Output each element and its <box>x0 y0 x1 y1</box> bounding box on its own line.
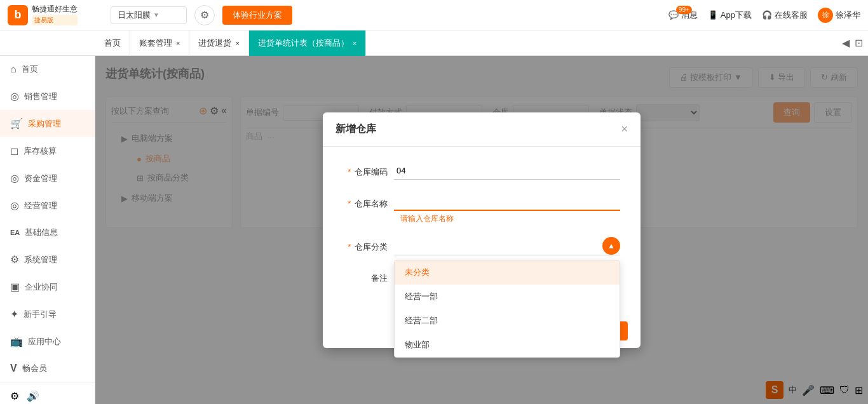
appcenter-icon: 📺 <box>10 335 23 347</box>
tab-purchase-return[interactable]: 进货退货 × <box>189 30 248 56</box>
category-dropdown-toggle[interactable]: ▲ <box>602 237 620 255</box>
sidebar-item-purchase[interactable]: 🛒 采购管理 <box>0 110 95 137</box>
store-name: 日太阳膜 <box>118 10 151 21</box>
tab-expand-icon[interactable]: ⊡ <box>855 37 863 49</box>
modal-header: 新增仓库 × <box>323 112 641 147</box>
tab-account-management-label: 账套管理 <box>139 37 172 49</box>
store-selector[interactable]: 日太阳膜 ▼ <box>111 6 187 24</box>
name-label: * 仓库名称 <box>343 194 394 210</box>
sidebar-item-finance-label: 资金管理 <box>24 173 57 184</box>
category-input-row: ▲ <box>394 237 620 255</box>
sidebar-item-newbie-label: 新手引导 <box>24 309 57 320</box>
logo-badge: 捷易版 <box>32 15 78 25</box>
sidebar-item-newbie[interactable]: ✦ 新手引导 <box>0 300 95 328</box>
modal-title: 新增仓库 <box>336 123 376 136</box>
sidebar-item-purchase-label: 采购管理 <box>28 118 61 130</box>
sidebar-settings-icon[interactable]: ⚙ <box>10 390 19 402</box>
tab-collapse-icon[interactable]: ◀ <box>842 37 850 49</box>
remark-label: 备注 <box>343 268 394 284</box>
sidebar-item-system-label: 系统管理 <box>24 254 57 266</box>
tab-purchase-stats[interactable]: 进货单统计表（按商品） × <box>249 30 366 56</box>
message-badge: 99+ <box>676 6 692 14</box>
category-option-3[interactable]: 物业部 <box>395 333 620 357</box>
category-required-mark: * <box>348 242 351 252</box>
category-option-0[interactable]: 未分类 <box>395 260 620 285</box>
modal-close-button[interactable]: × <box>621 123 628 136</box>
sidebar-sound-icon[interactable]: 🔊 <box>27 390 39 402</box>
trial-button[interactable]: 体验行业方案 <box>222 6 292 25</box>
sidebar-item-basic[interactable]: EA 基础信息 <box>0 219 95 246</box>
tab-home-label: 首页 <box>104 37 121 49</box>
tab-account-management-close[interactable]: × <box>176 39 180 47</box>
home-icon: ⌂ <box>10 64 17 75</box>
sidebar-item-appcenter[interactable]: 📺 应用中心 <box>0 328 95 355</box>
header-right: 💬 消息 99+ 📱 App下载 🎧 在线客服 徐 徐泽华 <box>668 8 860 23</box>
top-header: b 畅捷通好生意 捷易版 日太阳膜 ▼ ⚙ 体验行业方案 💬 消息 99+ 📱 … <box>0 0 868 30</box>
category-option-1[interactable]: 经营一部 <box>395 285 620 309</box>
category-label: * 仓库分类 <box>343 237 394 253</box>
logo-area: b 畅捷通好生意 捷易版 <box>8 4 103 26</box>
tab-purchase-stats-label: 进货单统计表（按商品） <box>258 37 349 49</box>
sidebar: ⌂ 首页 ◎ 销售管理 🛒 采购管理 ◻ 库存核算 ◎ 资金管理 ◎ 经营管理 … <box>0 56 95 404</box>
tab-bar-actions: ◀ ⊡ <box>842 37 868 49</box>
tab-bar: 首页 账套管理 × 进货退货 × 进货单统计表（按商品） × ◀ ⊡ <box>0 30 868 56</box>
logo-icon: b <box>8 5 28 25</box>
modal-add-warehouse: 新增仓库 × * 仓库编码 <box>323 112 641 348</box>
enterprise-icon: ▣ <box>10 281 20 293</box>
operation-icon: ◎ <box>10 199 19 212</box>
field-warehouse-code: * 仓库编码 <box>343 162 620 180</box>
main-layout: ⌂ 首页 ◎ 销售管理 🛒 采购管理 ◻ 库存核算 ◎ 资金管理 ◎ 经营管理 … <box>0 56 868 404</box>
modal-body: * 仓库编码 * 仓库名称 <box>323 147 641 314</box>
code-label: * 仓库编码 <box>343 162 394 178</box>
logo-text: 畅捷通好生意 <box>32 4 78 15</box>
store-dropdown-arrow: ▼ <box>153 11 159 18</box>
category-input[interactable] <box>394 237 602 254</box>
field-warehouse-name: * 仓库名称 请输入仓库名称 <box>343 192 620 224</box>
inventory-icon: ◻ <box>10 145 18 157</box>
sales-icon: ◎ <box>10 90 19 102</box>
sidebar-item-vip[interactable]: V 畅会员 <box>0 355 95 382</box>
user-avatar: 徐 <box>818 8 833 23</box>
purchase-icon: 🛒 <box>10 118 23 130</box>
sidebar-item-finance[interactable]: ◎ 资金管理 <box>0 165 95 192</box>
tab-purchase-stats-close[interactable]: × <box>353 39 356 47</box>
sidebar-item-home-label: 首页 <box>22 64 38 75</box>
sidebar-item-home[interactable]: ⌂ 首页 <box>0 56 95 83</box>
sidebar-item-operation-label: 经营管理 <box>24 200 57 212</box>
sidebar-item-inventory-label: 库存核算 <box>24 145 57 157</box>
sidebar-item-appcenter-label: 应用中心 <box>28 336 61 347</box>
category-dropdown-wrapper: ▲ 未分类 经营一部 经营二部 物业部 <box>394 237 620 255</box>
code-input[interactable] <box>394 162 620 180</box>
headset-icon: 🎧 <box>762 10 772 20</box>
sidebar-item-sales[interactable]: ◎ 销售管理 <box>0 83 95 110</box>
name-input[interactable] <box>394 192 620 211</box>
online-service-item[interactable]: 🎧 在线客服 <box>762 10 808 21</box>
sidebar-item-operation[interactable]: ◎ 经营管理 <box>0 192 95 219</box>
name-required-mark: * <box>348 199 351 208</box>
field-warehouse-category: * 仓库分类 ▲ 未分类 经营一部 经 <box>343 237 620 255</box>
modal-overlay: 新增仓库 × * 仓库编码 <box>95 56 868 404</box>
settings-icon-btn[interactable]: ⚙ <box>194 5 215 25</box>
category-option-2[interactable]: 经营二部 <box>395 309 620 333</box>
tab-purchase-return-close[interactable]: × <box>235 39 239 47</box>
app-download-item[interactable]: 📱 App下载 <box>708 10 752 21</box>
name-error-msg: 请输入仓库名称 <box>400 214 454 223</box>
sidebar-item-vip-label: 畅会员 <box>22 363 47 374</box>
content-area: 进货单统计(按商品) 🖨 按模板打印 ▼ ⬇ 导出 ↻ 刷新 <box>95 56 868 404</box>
sidebar-item-inventory[interactable]: ◻ 库存核算 <box>0 137 95 165</box>
vip-icon: V <box>10 363 17 374</box>
user-item[interactable]: 徐 徐泽华 <box>818 8 860 23</box>
app-download-icon: 📱 <box>708 10 718 20</box>
system-icon: ⚙ <box>10 253 19 266</box>
sidebar-item-system[interactable]: ⚙ 系统管理 <box>0 246 95 273</box>
online-service-label: 在线客服 <box>775 10 808 21</box>
sidebar-item-enterprise[interactable]: ▣ 企业协同 <box>0 273 95 300</box>
message-item[interactable]: 💬 消息 99+ <box>668 10 698 21</box>
sidebar-item-sales-label: 销售管理 <box>24 91 57 102</box>
basic-icon: EA <box>10 229 20 236</box>
tab-account-management[interactable]: 账套管理 × <box>130 30 189 56</box>
sidebar-bottom: ⚙ 🔊 <box>0 382 95 404</box>
newbie-icon: ✦ <box>10 308 18 320</box>
tab-home[interactable]: 首页 <box>95 30 130 56</box>
app-download-label: App下载 <box>721 10 752 21</box>
